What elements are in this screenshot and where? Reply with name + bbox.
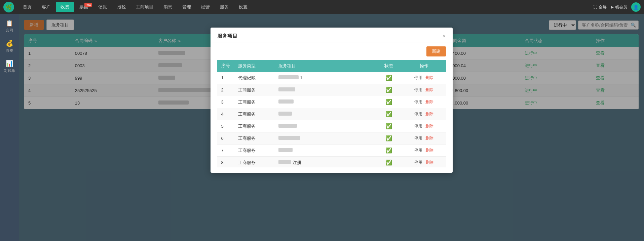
modal-table-row: 6 工商服务 ✅ 停用 删除 [217, 132, 446, 145]
modal-row-index: 6 [217, 132, 234, 145]
app-logo: 🌿 [3, 2, 14, 12]
modal-row-item: 1 [274, 72, 375, 84]
nav-item-fee[interactable]: 收费 [56, 2, 74, 12]
nav-item-customer[interactable]: 客户 [37, 2, 55, 12]
nav-item-ticket[interactable]: 票据 new [75, 2, 93, 12]
delete-button[interactable]: 删除 [425, 87, 433, 92]
modal-table-row: 7 工商服务 ✅ 停用 删除 [217, 145, 446, 157]
modal-row-item [274, 145, 375, 157]
nav-item-manage[interactable]: 管理 [178, 2, 196, 12]
sidebar-item-fee[interactable]: 💰 收费 [1, 37, 18, 56]
main-layout: 📋 合同 💰 收费 📊 对账单 新增 服务项目 进行中 已完成 已终止 [0, 14, 644, 241]
stop-button[interactable]: 停用 [414, 99, 422, 104]
modal-table-row: 3 工商服务 ✅ 停用 删除 [217, 96, 446, 108]
nav-item-service[interactable]: 服务 [215, 2, 233, 12]
fullscreen-button[interactable]: ⛶ 全屏 [593, 4, 607, 10]
modal-row-actions: 停用 删除 [402, 157, 446, 168]
delete-button[interactable]: 删除 [425, 112, 433, 116]
modal-close-button[interactable]: × [443, 33, 446, 39]
modal-row-actions: 停用 删除 [402, 84, 446, 96]
modal-title: 服务项目 [217, 33, 237, 39]
contract-icon: 📋 [6, 19, 13, 27]
status-check-icon: ✅ [385, 135, 392, 141]
modal-row-actions: 停用 删除 [402, 72, 446, 84]
modal-col-action: 操作 [402, 60, 446, 72]
nav-item-finance[interactable]: 经营 [196, 2, 215, 12]
modal-row-item [274, 132, 375, 145]
modal-table-scroll[interactable]: 序号 服务类型 服务项目 状态 操作 1 代理记账 [217, 60, 446, 167]
stop-button[interactable]: 停用 [414, 136, 422, 140]
modal-row-type: 工商服务 [234, 132, 275, 145]
sidebar-item-statement[interactable]: 📊 对账单 [1, 57, 18, 76]
content-area: 新增 服务项目 进行中 已完成 已终止 🔍 序号 合同编码 ⇅ [19, 14, 644, 241]
status-check-icon: ✅ [385, 123, 392, 129]
modal-row-index: 2 [217, 84, 234, 96]
modal-row-item [274, 96, 375, 108]
modal-row-status: ✅ [375, 84, 402, 96]
status-check-icon: ✅ [385, 87, 392, 93]
status-check-icon: ✅ [385, 148, 392, 153]
modal-row-status: ✅ [375, 157, 402, 168]
sidebar-item-statement-label: 对账单 [4, 68, 15, 73]
stop-button[interactable]: 停用 [414, 75, 422, 80]
delete-button[interactable]: 删除 [425, 124, 433, 128]
stop-button[interactable]: 停用 [414, 160, 422, 165]
member-button[interactable]: ▶ 畅会员 [611, 4, 627, 10]
modal-table-header-row: 序号 服务类型 服务项目 状态 操作 [217, 60, 446, 72]
nav-item-home[interactable]: 首页 [18, 2, 36, 12]
modal-row-item [274, 120, 375, 132]
modal-row-actions: 停用 删除 [402, 96, 446, 108]
delete-button[interactable]: 删除 [425, 148, 433, 153]
sidebar-item-fee-label: 收费 [6, 48, 13, 53]
sidebar-item-contract-label: 合同 [6, 28, 13, 33]
modal-row-actions: 停用 删除 [402, 120, 446, 132]
left-sidebar: 📋 合同 💰 收费 📊 对账单 [0, 14, 19, 241]
sidebar-item-contract[interactable]: 📋 合同 [1, 17, 18, 36]
stop-button[interactable]: 停用 [414, 112, 422, 116]
statement-icon: 📊 [6, 60, 13, 67]
modal-col-service-item: 服务项目 [274, 60, 375, 72]
user-avatar[interactable]: 👤 [631, 2, 641, 12]
modal-row-index: 3 [217, 96, 234, 108]
stop-button[interactable]: 停用 [414, 124, 422, 128]
modal-row-type: 工商服务 [234, 84, 275, 96]
modal-row-status: ✅ [375, 108, 402, 120]
modal-row-status: ✅ [375, 120, 402, 132]
modal-row-type: 工商服务 [234, 120, 275, 132]
nav-item-business[interactable]: 工商项目 [131, 2, 158, 12]
modal-overlay: 服务项目 × 新建 序号 服务类型 服务项目 [19, 14, 644, 241]
service-items-modal: 服务项目 × 新建 序号 服务类型 服务项目 [211, 28, 453, 173]
modal-row-type: 工商服务 [234, 157, 275, 168]
modal-table-row: 8 工商服务 注册 ✅ 停用 删除 [217, 157, 446, 168]
nav-menu: 首页 客户 收费 票据 new 记账 报税 工商项目 消息 管理 经营 服务 设… [18, 2, 593, 12]
modal-col-status: 状态 [375, 60, 402, 72]
new-badge: new [84, 3, 92, 7]
top-navigation: 🌿 首页 客户 收费 票据 new 记账 报税 工商项目 消息 管理 经营 服务… [0, 0, 644, 14]
modal-row-index: 8 [217, 157, 234, 168]
delete-button[interactable]: 删除 [425, 75, 433, 80]
modal-row-status: ✅ [375, 72, 402, 84]
modal-toolbar: 新建 [217, 46, 446, 56]
stop-button[interactable]: 停用 [414, 148, 422, 153]
nav-right-section: ⛶ 全屏 ▶ 畅会员 👤 [593, 2, 641, 12]
modal-row-type: 工商服务 [234, 96, 275, 108]
modal-row-index: 7 [217, 145, 234, 157]
stop-button[interactable]: 停用 [414, 87, 422, 92]
modal-table-row: 2 工商服务 ✅ 停用 删除 [217, 84, 446, 96]
modal-row-status: ✅ [375, 145, 402, 157]
modal-col-index: 序号 [217, 60, 234, 72]
nav-item-tax[interactable]: 报税 [112, 2, 130, 12]
nav-item-settings[interactable]: 设置 [234, 2, 252, 12]
modal-table-row: 5 工商服务 ✅ 停用 删除 [217, 120, 446, 132]
modal-col-service-type: 服务类型 [234, 60, 275, 72]
nav-item-message[interactable]: 消息 [159, 2, 177, 12]
delete-button[interactable]: 删除 [425, 136, 433, 140]
delete-button[interactable]: 删除 [425, 99, 433, 104]
delete-button[interactable]: 删除 [425, 160, 433, 165]
nav-item-ledger[interactable]: 记账 [93, 2, 112, 12]
status-check-icon: ✅ [385, 111, 392, 117]
modal-body: 新建 序号 服务类型 服务项目 状态 操作 [211, 42, 453, 173]
modal-new-button[interactable]: 新建 [426, 46, 446, 56]
modal-row-index: 4 [217, 108, 234, 120]
modal-row-actions: 停用 删除 [402, 145, 446, 157]
